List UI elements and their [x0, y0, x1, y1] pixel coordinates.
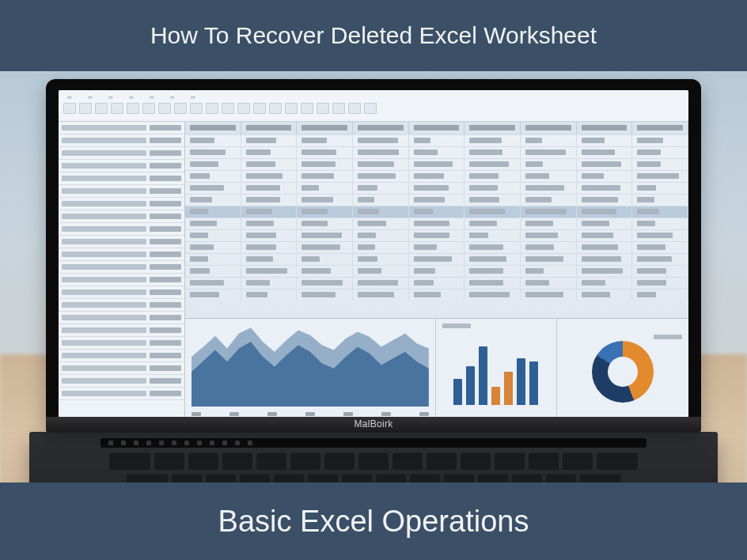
- table-row[interactable]: [185, 253, 688, 265]
- axis-tick: [381, 412, 391, 416]
- panel-row[interactable]: [59, 147, 184, 160]
- ribbon-icon[interactable]: [317, 103, 329, 114]
- column-header[interactable]: [241, 122, 298, 134]
- ribbon-icon[interactable]: [253, 103, 266, 114]
- panel-row[interactable]: [59, 362, 184, 375]
- ribbon-icon[interactable]: [301, 103, 313, 114]
- column-header[interactable]: [577, 122, 633, 134]
- ribbon-icon[interactable]: [348, 103, 361, 114]
- menu-item[interactable]: ▭: [125, 93, 138, 101]
- bar: [504, 372, 513, 405]
- table-row[interactable]: [185, 182, 688, 194]
- key: [109, 452, 150, 470]
- ribbon-icon[interactable]: [364, 103, 377, 114]
- column-header[interactable]: [297, 122, 353, 134]
- table-row[interactable]: [185, 158, 688, 170]
- spreadsheet-app: ▭ ▭ ▭ ▭ ▭ ▭ ▭: [59, 90, 688, 418]
- menu-item[interactable]: ▭: [166, 93, 179, 101]
- key: [495, 452, 525, 470]
- bar: [466, 366, 475, 405]
- panel-row[interactable]: [59, 198, 184, 210]
- ribbon-icon[interactable]: [222, 103, 234, 114]
- panel-row[interactable]: [59, 134, 184, 147]
- panel-row[interactable]: [59, 185, 184, 198]
- panel-row[interactable]: [59, 210, 184, 223]
- ribbon-icon[interactable]: [111, 103, 123, 114]
- table-row[interactable]: [185, 277, 688, 289]
- column-header[interactable]: [521, 122, 577, 134]
- panel-row[interactable]: [59, 172, 184, 185]
- panel-row[interactable]: [59, 388, 184, 400]
- panel-row[interactable]: [59, 248, 184, 261]
- grid-body: [185, 134, 688, 318]
- axis-tick: [191, 412, 201, 416]
- title-banner-top: How To Recover Deleted Excel Worksheet: [0, 0, 747, 71]
- ribbon-icon[interactable]: [237, 103, 250, 114]
- table-row[interactable]: [185, 170, 688, 182]
- ribbon-icon[interactable]: [142, 103, 155, 114]
- brand-text: MalBoirk: [354, 418, 392, 429]
- panel-row[interactable]: [59, 160, 184, 172]
- table-row[interactable]: [185, 265, 688, 277]
- ribbon-icon[interactable]: [95, 103, 108, 114]
- ribbon-icon[interactable]: [63, 103, 76, 114]
- panel-row[interactable]: [59, 223, 184, 236]
- table-row[interactable]: [185, 218, 688, 229]
- axis-tick: [419, 412, 429, 416]
- laptop: ▭ ▭ ▭ ▭ ▭ ▭ ▭: [46, 79, 701, 506]
- table-row[interactable]: [185, 146, 688, 158]
- menu-item[interactable]: ▭: [63, 93, 76, 101]
- ribbon-icon[interactable]: [174, 103, 187, 114]
- menu-item[interactable]: ▭: [146, 93, 158, 101]
- column-header[interactable]: [409, 122, 465, 134]
- panel-row[interactable]: [59, 350, 184, 362]
- panel-row[interactable]: [59, 236, 184, 248]
- table-row[interactable]: [185, 229, 688, 241]
- panel-row[interactable]: [59, 286, 184, 299]
- column-header[interactable]: [465, 122, 521, 134]
- panel-row[interactable]: [59, 324, 184, 337]
- menu-item[interactable]: ▭: [187, 93, 199, 101]
- ribbon-toolbar: ▭ ▭ ▭ ▭ ▭ ▭ ▭: [59, 90, 688, 122]
- panel-row[interactable]: [59, 337, 184, 350]
- key: [290, 452, 320, 470]
- bar-chart: [436, 319, 557, 418]
- chart-title: [654, 335, 682, 339]
- table-row[interactable]: [185, 289, 688, 301]
- area-chart: [185, 319, 436, 418]
- ribbon-icon[interactable]: [127, 103, 139, 114]
- title-text: How To Recover Deleted Excel Worksheet: [150, 22, 597, 49]
- bar: [491, 387, 500, 405]
- ribbon-icon[interactable]: [206, 103, 218, 114]
- table-row[interactable]: [185, 134, 688, 146]
- key: [597, 452, 638, 470]
- key: [392, 452, 423, 470]
- menu-item[interactable]: ▭: [84, 93, 97, 101]
- column-header[interactable]: [632, 122, 688, 134]
- grid-header: [185, 122, 688, 134]
- ribbon-icon[interactable]: [332, 103, 345, 114]
- ribbon-icon[interactable]: [79, 103, 92, 114]
- panel-row[interactable]: [59, 299, 184, 312]
- bar: [479, 346, 487, 405]
- menu-item[interactable]: ▭: [104, 93, 117, 101]
- column-header[interactable]: [353, 122, 409, 134]
- ribbon-icon[interactable]: [269, 103, 282, 114]
- key: [222, 452, 252, 470]
- panel-row[interactable]: [59, 312, 184, 324]
- column-header[interactable]: [185, 122, 241, 134]
- ribbon-icon[interactable]: [158, 103, 171, 114]
- panel-row[interactable]: [59, 122, 184, 134]
- panel-row[interactable]: [59, 375, 184, 388]
- spreadsheet-grid[interactable]: [185, 122, 688, 318]
- laptop-brand: MalBoirk: [46, 417, 701, 433]
- panel-row[interactable]: [59, 261, 184, 274]
- table-row[interactable]: [185, 194, 688, 206]
- key: [324, 452, 355, 470]
- subtitle-text: Basic Excel Operations: [218, 505, 529, 539]
- table-row[interactable]: [185, 241, 688, 253]
- ribbon-icon[interactable]: [285, 103, 298, 114]
- panel-row[interactable]: [59, 274, 184, 286]
- table-row[interactable]: [185, 206, 688, 218]
- ribbon-icon[interactable]: [190, 103, 203, 114]
